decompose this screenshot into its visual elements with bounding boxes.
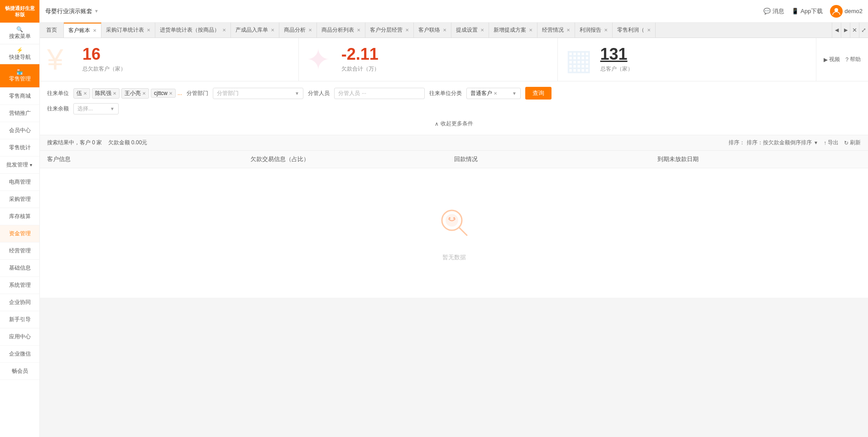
video-help-button[interactable]: ▶ 视频 xyxy=(824,56,840,63)
sidebar-item-wholesale-mgmt[interactable]: 批发管理 ▼ xyxy=(0,157,39,174)
tab-retail-profit[interactable]: 零售利润（ ✕ xyxy=(613,23,656,38)
query-button[interactable]: 查询 xyxy=(525,87,551,100)
results-bar-left: 搜索结果中，客户 0 家 欠款金额 0.00元 xyxy=(47,139,147,147)
sidebar-item-operations[interactable]: 经营管理 xyxy=(0,242,39,260)
tab-product-inbound-close[interactable]: ✕ xyxy=(271,28,274,33)
topbar-left: 母婴行业演示账套 ▼ xyxy=(45,7,99,15)
org-selector[interactable]: 母婴行业演示账套 ▼ xyxy=(45,7,99,15)
unit-class-selector[interactable]: 普通客户 ✕ ▼ xyxy=(466,88,521,99)
unit-tag-2[interactable]: 王小亮 ✕ xyxy=(121,88,149,99)
tab-home[interactable]: 首页 xyxy=(40,23,64,38)
refresh-button[interactable]: ↻ 刷新 xyxy=(844,139,861,147)
tab-product-inbound[interactable]: 产成品入库单 ✕ xyxy=(231,23,279,38)
sidebar-item-ecommerce[interactable]: 电商管理 xyxy=(0,174,39,191)
tab-scroll-left[interactable]: ◀ xyxy=(832,23,841,38)
sidebar-item-marketing[interactable]: 营销推广 xyxy=(0,105,39,122)
unit-tag-3-close[interactable]: ✕ xyxy=(169,91,173,96)
person-filter-label: 分管人员 xyxy=(308,90,330,97)
tab-goods-analysis-close[interactable]: ✕ xyxy=(308,28,312,33)
sidebar-item-finance[interactable]: 资金管理 xyxy=(0,225,39,242)
download-icon: 📱 xyxy=(791,8,799,14)
message-button[interactable]: 💬 消息 xyxy=(763,7,784,15)
tab-customer-tier[interactable]: 客户分层经营 ✕ xyxy=(365,23,414,38)
sort-selector[interactable]: 排序： 排序：按欠款金额倒序排序 ▼ xyxy=(729,139,818,147)
tab-new-achievement-close[interactable]: ✕ xyxy=(529,28,532,33)
collapse-row: ∧ 收起更多条件 xyxy=(47,118,861,129)
balance-selector[interactable]: 选择... ▼ xyxy=(73,103,119,114)
tab-customer-book-close[interactable]: ✕ xyxy=(93,28,96,33)
collapse-button[interactable]: ∧ 收起更多条件 xyxy=(431,118,477,129)
empty-state: 暂无数据 xyxy=(40,168,868,298)
debt-total-bg-icon: ✦ xyxy=(306,43,331,76)
app-download-button[interactable]: 📱 App下载 xyxy=(791,7,823,15)
total-customers-number: 131 xyxy=(600,46,633,62)
tab-scroll-right[interactable]: ▶ xyxy=(841,23,850,38)
tab-purchase-order-close[interactable]: ✕ xyxy=(147,28,150,33)
tab-customer-tier-close[interactable]: ✕ xyxy=(405,28,409,33)
tab-retail-profit-close[interactable]: ✕ xyxy=(647,28,651,33)
balance-filter-label: 往来余额 xyxy=(47,105,69,113)
sidebar-item-search[interactable]: 🔍 搜索菜单 xyxy=(0,23,39,44)
tab-goods-analysis-list[interactable]: 商品分析列表 ✕ xyxy=(317,23,365,38)
sidebar-item-retail-mall[interactable]: 零售商城 xyxy=(0,88,39,105)
topbar: 母婴行业演示账套 ▼ 💬 消息 📱 App下载 demo2 xyxy=(40,0,868,23)
sidebar-item-app-center[interactable]: 应用中心 xyxy=(0,328,39,346)
unit-tag-0[interactable]: 伍 ✕ xyxy=(73,88,90,99)
sidebar-item-member-center[interactable]: 会员中心 xyxy=(0,122,39,139)
sidebar-item-system-mgmt[interactable]: 系统管理 xyxy=(0,277,39,294)
tab-inbound-stats-close[interactable]: ✕ xyxy=(222,28,226,33)
tab-reminder-settings-close[interactable]: ✕ xyxy=(480,28,484,33)
sidebar-item-new-guide[interactable]: 新手引导 xyxy=(0,311,39,328)
tab-customer-contact[interactable]: 客户联络 ✕ xyxy=(414,23,451,38)
tab-inbound-stats[interactable]: 进货单统计表（按商品） ✕ xyxy=(155,23,231,38)
tab-customer-book[interactable]: 客户账本 ✕ xyxy=(64,23,101,38)
sidebar-item-enterprise-collab[interactable]: 企业协同 xyxy=(0,294,39,311)
results-summary: 搜索结果中，客户 0 家 欠款金额 0.00元 xyxy=(47,139,147,147)
sidebar-item-basic-info[interactable]: 基础信息 xyxy=(0,260,39,277)
chevron-down-icon: ▼ xyxy=(29,163,33,167)
tab-profit-report-close[interactable]: ✕ xyxy=(604,28,608,33)
sidebar-item-inventory[interactable]: 库存核算 xyxy=(0,208,39,225)
unit-tag-2-close[interactable]: ✕ xyxy=(142,91,146,96)
tab-close-all[interactable]: ✕ xyxy=(850,23,859,38)
debt-total-label: 欠款合计（万） xyxy=(341,65,379,73)
help-button[interactable]: ? 帮助 xyxy=(845,56,861,63)
tab-profit-report[interactable]: 利润报告 ✕ xyxy=(575,23,613,38)
sidebar-item-retail-mgmt[interactable]: 🏪 零售管理 xyxy=(0,64,39,88)
unit-tag-1-close[interactable]: ✕ xyxy=(113,91,116,96)
table-col-debt-transaction: 欠款交易信息（占比） xyxy=(250,155,454,163)
results-bar: 搜索结果中，客户 0 家 欠款金额 0.00元 排序： 排序：按欠款金额倒序排序… xyxy=(40,135,868,151)
tab-goods-analysis-list-close[interactable]: ✕ xyxy=(357,28,360,33)
unit-tag-3[interactable]: cjttcw ✕ xyxy=(151,89,176,98)
org-name: 母婴行业演示账套 xyxy=(45,7,92,15)
tab-operation-status-close[interactable]: ✕ xyxy=(566,28,570,33)
sidebar-item-vip-member[interactable]: 畅会员 xyxy=(0,363,39,380)
export-button[interactable]: ↑ 导出 xyxy=(824,139,839,147)
balance-chevron-icon: ▼ xyxy=(110,106,115,111)
unit-class-tag-0-close[interactable]: ✕ xyxy=(494,91,497,96)
unit-tag-more[interactable]: ... xyxy=(177,90,182,96)
video-icon: ▶ xyxy=(824,57,828,63)
person-more-icon[interactable]: ··· xyxy=(362,90,366,96)
unit-tag-0-close[interactable]: ✕ xyxy=(83,91,87,96)
message-label: 消息 xyxy=(772,7,784,15)
export-icon: ↑ xyxy=(824,140,826,146)
tabbar-arrows: ◀ ▶ ✕ ⤢ xyxy=(832,23,868,38)
unit-tag-1[interactable]: 陈民强 ✕ xyxy=(92,88,120,99)
debt-customers-bg-icon: ¥ xyxy=(47,43,63,76)
tab-operation-status[interactable]: 经营情况 ✕ xyxy=(537,23,575,38)
tab-reminder-settings[interactable]: 提成设置 ✕ xyxy=(451,23,489,38)
tab-goods-analysis[interactable]: 商品分析 ✕ xyxy=(279,23,317,38)
table-header: 客户信息 欠款交易信息（占比） 回款情况 到期未放款日期 xyxy=(40,151,868,168)
sidebar-item-retail-stats[interactable]: 零售统计 xyxy=(0,139,39,157)
person-selector[interactable]: 分管人员 ··· xyxy=(334,88,425,99)
tab-new-achievement[interactable]: 新增提成方案 ✕ xyxy=(489,23,537,38)
tab-purchase-order[interactable]: 采购订单统计表 ✕ xyxy=(101,23,155,38)
dept-selector[interactable]: 分管部门 ▼ xyxy=(213,88,303,99)
sidebar-item-enterprise-wechat[interactable]: 企业微信 xyxy=(0,346,39,363)
sidebar-item-quick-nav[interactable]: ⚡ 快捷导航 xyxy=(0,44,39,64)
user-menu[interactable]: demo2 xyxy=(830,5,863,18)
sidebar-item-purchase-mgmt[interactable]: 采购管理 xyxy=(0,191,39,208)
tab-expand[interactable]: ⤢ xyxy=(859,23,868,38)
tab-customer-contact-close[interactable]: ✕ xyxy=(443,28,446,33)
